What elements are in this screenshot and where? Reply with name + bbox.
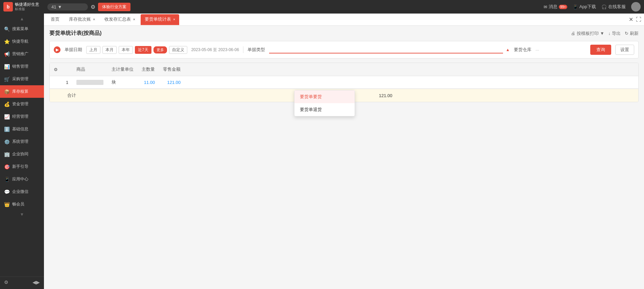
header-middle: 41 ▼ ⚙ 体验行业方案 [47,3,544,11]
tab-receive-summary[interactable]: 收发存汇总表 × [100,14,139,25]
date-btn-this-year[interactable]: 本年 [119,46,133,54]
info-icon: ℹ️ [4,127,9,132]
dropdown-label-request-order: 要货单要货 [300,94,322,99]
page-title-row: 要货单统计表(按商品) 🖨 按模板打印 ▼ ↓ 导出 ↻ 刷新 [49,30,639,37]
tab-request-summary[interactable]: 要货单统计表 × [141,14,179,25]
col-settings[interactable]: ⚙ [50,63,62,76]
sidebar-item-sales[interactable]: 📊 销售管理 [0,60,44,73]
headphone-icon: 🎧 [601,4,607,9]
sidebar-item-quick-nav[interactable]: ⭐ 快捷导航 [0,35,44,48]
phone-icon: 📱 [573,4,578,9]
tab-inventory-batch-close[interactable]: × [93,17,95,21]
sidebar-item-guide[interactable]: 🎯 新手引导 [0,160,44,173]
mobile-icon: 📱 [4,177,9,182]
sidebar-item-marketing[interactable]: 📢 营销推广 [0,48,44,60]
sidebar-scroll-down[interactable]: ▼ [0,210,44,218]
sidebar-item-app-center[interactable]: 📱 应用中心 [0,173,44,185]
sidebar-label-purchase: 采购管理 [12,76,28,82]
date-btn-more[interactable]: 更多 [153,46,167,53]
col-extra [185,63,638,76]
sidebar-bottom: ⚙ ◀▶ [0,276,44,288]
row-quantity[interactable]: 11.00 [138,76,159,89]
sidebar-item-search-menu[interactable]: 🔍 搜索菜单 [0,23,44,35]
date-btn-7days[interactable]: 近7天 [135,46,151,54]
warehouse-filter-label: 要货仓库 [514,47,531,53]
date-range-text: 2023-05-06 至 2023-06-06 [191,47,239,53]
total-label: 合计 [54,92,76,98]
sidebar-label-basic: 基础信息 [12,126,28,132]
sidebar-item-basic-info[interactable]: ℹ️ 基础信息 [0,123,44,135]
main-layout: ▲ 🔍 搜索菜单 ⭐ 快捷导航 📢 营销推广 📊 销售管理 🛒 采购管理 📦 库… [0,14,644,289]
maximize-btn[interactable]: ⛶ [636,17,641,23]
online-service-btn[interactable]: 🎧 在线客服 [601,4,626,10]
tab-home[interactable]: 首页 [47,14,64,25]
user-avatar[interactable] [631,2,641,12]
sidebar-item-purchase[interactable]: 🛒 采购管理 [0,73,44,85]
type-filter-label: 单据类型 [247,47,265,53]
tab-bar: 首页 库存批次账 × 收发存汇总表 × 要货单统计表 × ✕ ⛶ [44,14,644,26]
sidebar-item-finance[interactable]: 💰 资金管理 [0,98,44,110]
tab-receive-summary-close[interactable]: × [133,17,135,21]
app-download-btn[interactable]: 📱 App下载 [573,4,596,10]
chevron-up-icon[interactable]: ▲ [506,47,510,52]
tab-request-summary-close[interactable]: × [173,17,175,21]
export-icon: ↓ [609,31,611,36]
type-filter-input[interactable] [269,46,503,53]
message-btn[interactable]: ✉ 消息 99+ [544,4,567,10]
date-btn-last-month[interactable]: 上月 [86,46,100,54]
settings-bottom-btn[interactable]: ⚙ [4,280,8,285]
filter-expand-btn[interactable]: ▶ [54,46,61,53]
chat-icon: 💬 [4,189,9,195]
money-icon: 💰 [4,102,9,107]
sidebar-scroll-up[interactable]: ▲ [0,15,44,23]
sidebar-item-operations[interactable]: 📈 经营管理 [0,110,44,123]
tab-inventory-batch-label: 库存批次账 [69,16,91,22]
collapse-sidebar-btn[interactable]: ◀▶ [32,280,40,285]
crown-icon: 👑 [4,202,9,207]
sidebar-label-guide: 新手引导 [12,164,28,170]
tab-request-summary-label: 要货单统计表 [145,16,171,22]
data-table: ⚙ 商品 主计量单位 主数量 零售金额 1 █ [50,63,638,89]
export-btn[interactable]: ↓ 导出 [609,30,621,37]
date-filter-label: 单据日期 [65,47,82,53]
table-row: 1 ████ 块 11.00 121.00 [50,76,638,89]
date-btn-custom[interactable]: 自定义 [169,46,187,54]
col-amount: 零售金额 [159,63,185,76]
print-btn[interactable]: 🖨 按模板打印 ▼ [571,30,604,37]
header-search-pill[interactable]: 41 ▼ [47,3,88,10]
building-icon: 🏢 [4,152,9,157]
print-label: 按模板打印 [577,30,599,37]
megaphone-icon: 📢 [4,51,9,57]
query-btn[interactable]: 查询 [590,45,611,55]
date-btn-this-month[interactable]: 本月 [102,46,117,54]
target-icon: 🎯 [4,164,9,170]
star-icon: ⭐ [4,39,9,44]
sidebar-item-system[interactable]: ⚙️ 系统管理 [0,135,44,148]
sidebar-label-finance: 资金管理 [12,101,28,107]
sidebar-label-quick: 快捷导航 [12,39,28,44]
warehouse-more-icon[interactable]: ··· [535,47,539,52]
refresh-btn[interactable]: ↻ 刷新 [625,30,639,37]
settings-btn[interactable]: 设置 [615,45,634,55]
tab-inventory-batch[interactable]: 库存批次账 × [65,14,99,25]
col-quantity: 主数量 [138,63,159,76]
row-unit: 块 [108,76,138,89]
gear-button[interactable]: ⚙ [91,4,95,10]
dropdown-item-request-return[interactable]: 要货单退货 [294,103,355,116]
col-product: 商品 [72,63,108,76]
sidebar-item-vip[interactable]: 👑 畅会员 [0,198,44,210]
content-area: 首页 库存批次账 × 收发存汇总表 × 要货单统计表 × ✕ ⛶ 要货 [44,14,644,289]
dropdown-item-request-order[interactable]: 要货单要货 [294,90,355,103]
sidebar-item-inventory[interactable]: 📦 库存核算 [0,85,44,98]
company-name: 畅捷通好生意 [15,2,39,7]
tab-home-label: 首页 [51,16,59,22]
sidebar-item-enterprise[interactable]: 🏢 企业协同 [0,148,44,160]
close-all-btn[interactable]: ✕ [629,16,633,23]
row-index: 1 [62,76,72,89]
sidebar-item-wechat[interactable]: 💬 企业微信 [0,185,44,198]
row-amount[interactable]: 121.00 [159,76,185,89]
dropdown-label-request-return: 要货单退货 [300,107,322,112]
dropdown-arrow-icon: ▼ [57,4,62,9]
trial-btn[interactable]: 体验行业方案 [98,3,130,11]
sidebar-label-system: 系统管理 [12,139,28,144]
